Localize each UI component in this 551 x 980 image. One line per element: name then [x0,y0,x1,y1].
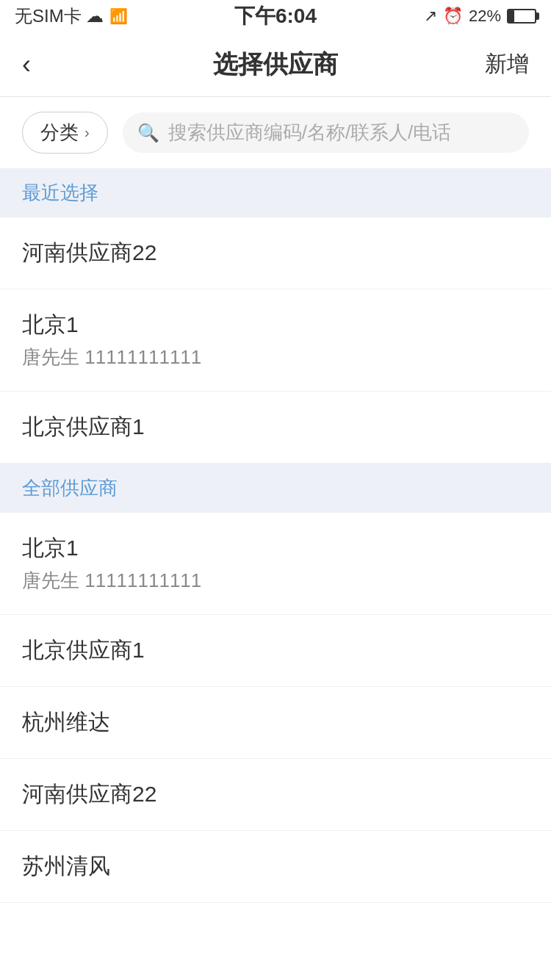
list-item[interactable]: 北京1唐先生 11111111111 [0,289,551,392]
chevron-down-icon: › [84,124,90,141]
category-label: 分类 [40,120,79,145]
status-time: 下午6:04 [234,2,317,30]
sim-label: 无SIM卡 ☁ [15,4,104,28]
item-name: 北京1 [22,533,529,563]
search-icon: 🔍 [137,123,159,143]
item-name: 河南供应商22 [22,779,529,810]
list-item[interactable]: 北京供应商1 [0,392,551,464]
status-bar: 无SIM卡 ☁ 📶 下午6:04 ↗ ⏰ 22% [0,0,551,32]
list-item[interactable]: 北京供应商1 [0,615,551,687]
status-right: ↗ ⏰ 22% [424,7,536,26]
item-name: 北京供应商1 [22,635,529,666]
page-title: 选择供应商 [213,48,338,82]
back-button[interactable]: ‹ [22,49,81,80]
list-item[interactable]: 河南供应商22 [0,759,551,831]
search-placeholder: 搜索供应商编码/名称/联系人/电话 [168,120,452,145]
location-icon: ↗ [424,7,437,26]
item-contact: 唐先生 11111111111 [22,568,529,594]
nav-bar: ‹ 选择供应商 新增 [0,32,551,97]
item-name: 河南供应商22 [22,238,529,268]
recent-list: 河南供应商22北京1唐先生 11111111111北京供应商1 [0,217,551,464]
all-list: 北京1唐先生 11111111111北京供应商1杭州维达河南供应商22苏州清风 [0,513,551,903]
status-left: 无SIM卡 ☁ 📶 [15,4,128,28]
recent-section-header: 最近选择 [0,168,551,217]
item-name: 苏州清风 [22,851,529,882]
list-item[interactable]: 北京1唐先生 11111111111 [0,513,551,615]
category-filter[interactable]: 分类 › [22,112,108,154]
battery-text: 22% [469,7,501,26]
item-name: 北京1 [22,310,529,340]
filter-bar: 分类 › 🔍 搜索供应商编码/名称/联系人/电话 [0,97,551,168]
battery-icon [507,9,536,24]
list-item[interactable]: 河南供应商22 [0,217,551,289]
alarm-icon: ⏰ [443,7,463,26]
list-item[interactable]: 杭州维达 [0,687,551,759]
add-button[interactable]: 新增 [470,49,529,79]
search-input[interactable]: 🔍 搜索供应商编码/名称/联系人/电话 [123,112,529,153]
item-contact: 唐先生 11111111111 [22,345,529,370]
list-item[interactable]: 苏州清风 [0,831,551,903]
item-name: 北京供应商1 [22,412,529,442]
item-name: 杭州维达 [22,707,529,738]
wifi-icon: 📶 [109,7,128,25]
all-section-header: 全部供应商 [0,464,551,513]
